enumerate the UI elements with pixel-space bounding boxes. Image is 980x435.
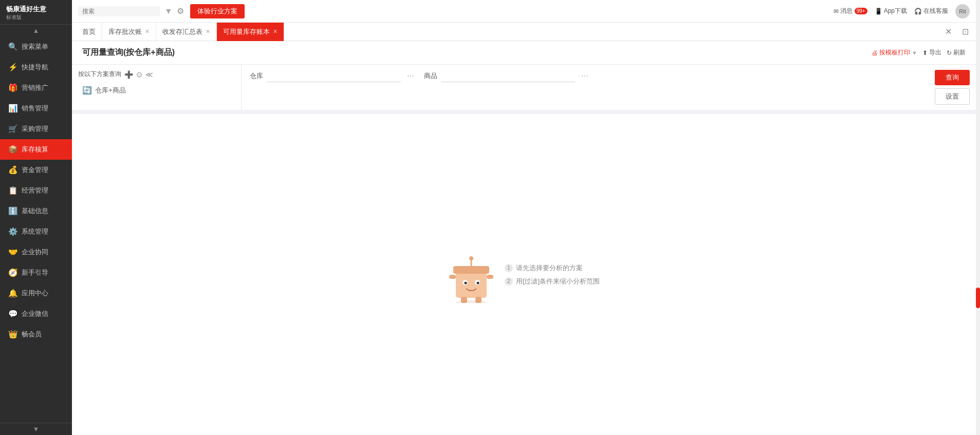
sidebar-item-search[interactable]: 🔍 搜索菜单 [0,36,72,57]
goods-label: 商品 [424,71,437,81]
main-area: ▼ ⚙ 体验行业方案 ✉ 消息 99+ 📱 App下载 🎧 在线客服 Rit [72,0,976,435]
compass-icon: 🧭 [8,268,17,277]
tab-collect-ledger-close[interactable]: ✕ [206,28,210,35]
message-icon: ✉ [834,8,839,15]
empty-svg [448,252,494,303]
svg-rect-8 [449,275,456,279]
sidebar-item-purchase[interactable]: 🛒 采购管理 [0,119,72,139]
message-btn[interactable]: ✉ 消息 99+ [834,7,867,15]
warehouse-more-btn[interactable]: ··· [407,71,414,81]
sidebar-item-label: 资金管理 [22,165,48,175]
settings-scheme-btn[interactable]: ⊙ [136,70,142,79]
gift-icon: 🎁 [8,83,17,92]
close-window-btn[interactable]: ✕ [942,27,955,36]
mobile-icon: 📱 [875,8,882,15]
tab-batch-ledger[interactable]: 库存批次账 ✕ [102,23,156,41]
sidebar-item-marketing[interactable]: 🎁 营销推广 [0,78,72,98]
clipboard-icon: 📋 [8,186,17,195]
user-avatar[interactable]: Rit [955,4,970,18]
tab-collect-ledger[interactable]: 收发存汇总表 ✕ [156,23,217,41]
settings-icon[interactable]: ⚙ [177,6,184,16]
box-icon: 📦 [8,145,17,154]
search-input[interactable] [78,6,160,16]
app-download-btn[interactable]: 📱 App下载 [875,7,907,15]
goods-field: 商品 ··· [424,70,588,82]
sidebar-item-system[interactable]: ⚙️ 系统管理 [0,221,72,242]
svg-point-4 [464,281,467,284]
sidebar-item-member[interactable]: 👑 畅会员 [0,324,72,345]
sidebar-item-label: 采购管理 [22,124,48,134]
topbar: ▼ ⚙ 体验行业方案 ✉ 消息 99+ 📱 App下载 🎧 在线客服 Rit [72,0,976,23]
tab-available-ledger-label: 可用量库存账本 [223,27,270,36]
export-btn[interactable]: ⬆ 导出 [922,48,941,57]
flash-icon: ⚡ [8,63,17,72]
sidebar-item-label: 销售管理 [22,104,48,113]
info-icon: ℹ️ [8,206,17,216]
goods-input[interactable] [441,70,575,82]
svg-rect-1 [453,266,489,274]
scheme-item-warehouse-goods[interactable]: 🔄 仓库+商品 [78,83,235,98]
sidebar-item-apps[interactable]: 🔔 应用中心 [0,283,72,304]
online-service-label: 在线客服 [923,7,948,15]
scheme-header-label: 按以下方案查询 [78,70,121,79]
page-title: 可用量查询(按仓库+商品) [82,47,175,58]
trial-industry-btn[interactable]: 体验行业方案 [190,4,245,18]
sidebar-item-operation[interactable]: 📋 经营管理 [0,180,72,201]
dropdown-icon[interactable]: ▼ [912,50,917,56]
warehouse-label: 仓库 [250,71,263,81]
sidebar-item-sales[interactable]: 📊 销售管理 [0,98,72,119]
scrollbar-thumb[interactable] [976,288,980,308]
tabbar: 首页 库存批次账 ✕ 收发存汇总表 ✕ 可用量库存账本 ✕ ✕ ⊡ [72,23,976,41]
step1-text: 请先选择要分析的方案 [516,263,583,273]
settings-button[interactable]: 设置 [935,88,970,105]
bell-icon: 🔔 [8,289,17,298]
search-icon: 🔍 [8,42,17,51]
scroll-up-btn[interactable]: ▲ [0,25,72,36]
warehouse-field: 仓库 ··· [250,70,414,82]
dropdown-icon[interactable]: ▼ [164,7,173,16]
username-label: Rit [959,8,966,14]
sidebar-item-newbie[interactable]: 🧭 新手引导 [0,262,72,283]
sidebar-item-label: 库存核算 [22,145,48,154]
online-service-btn[interactable]: 🎧 在线客服 [914,7,948,15]
page-header: 可用量查询(按仓库+商品) 🖨 按模板打印 ▼ ⬆ 导出 ↻ 刷新 [72,41,976,65]
refresh-icon: ↻ [947,49,952,56]
sidebar-item-label: 企业协同 [22,248,48,257]
tab-home[interactable]: 首页 [76,23,102,41]
tab-batch-ledger-close[interactable]: ✕ [145,28,150,35]
sidebar-item-label: 经营管理 [22,186,48,195]
gear-icon: ⚙️ [8,227,17,236]
search-button[interactable]: 查询 [935,70,970,85]
sidebar-item-wechat[interactable]: 💬 企业微信 [0,304,72,324]
goods-more-btn[interactable]: ··· [581,71,588,81]
sidebar-item-shortcut[interactable]: ⚡ 快捷导航 [0,57,72,78]
sidebar-item-inventory[interactable]: 📦 库存核算 [0,139,72,160]
money-icon: 💰 [8,165,17,175]
query-fields: 仓库 ··· 商品 ··· [242,65,929,110]
scheme-item-label: 仓库+商品 [95,86,126,95]
tab-available-ledger-close[interactable]: ✕ [273,28,278,35]
tab-home-label: 首页 [82,27,96,36]
svg-rect-0 [456,270,487,298]
add-scheme-btn[interactable]: ➕ [124,70,133,79]
sidebar-item-finance[interactable]: 💰 资金管理 [0,160,72,180]
scroll-down-btn[interactable]: ▼ [0,423,72,435]
query-section: 按以下方案查询 ➕ ⊙ ≪ 🔄 仓库+商品 仓库 ··· [72,65,976,110]
sidebar-item-enterprise[interactable]: 🤝 企业协同 [0,242,72,262]
app-download-label: App下载 [884,7,907,15]
print-btn[interactable]: 🖨 按模板打印 ▼ [872,48,917,57]
page-content: 可用量查询(按仓库+商品) 🖨 按模板打印 ▼ ⬆ 导出 ↻ 刷新 [72,41,976,435]
sidebar-item-label: 企业微信 [22,309,48,318]
sidebar-item-basic[interactable]: ℹ️ 基础信息 [0,201,72,221]
collapse-scheme-btn[interactable]: ≪ [145,70,153,79]
refresh-btn[interactable]: ↻ 刷新 [947,48,966,57]
svg-point-12 [456,300,487,303]
sidebar-item-label: 营销推广 [22,83,48,92]
expand-window-btn[interactable]: ⊡ [959,27,972,36]
query-actions: 查询 设置 [929,65,976,110]
warehouse-input[interactable] [267,70,401,82]
brand-version: 标准版 [6,14,66,21]
tab-available-ledger[interactable]: 可用量库存账本 ✕ [217,23,284,41]
sidebar-scroll: 🔍 搜索菜单 ⚡ 快捷导航 🎁 营销推广 📊 销售管理 🛒 采购管理 📦 库存核… [0,36,72,423]
sidebar-item-label: 系统管理 [22,227,48,236]
